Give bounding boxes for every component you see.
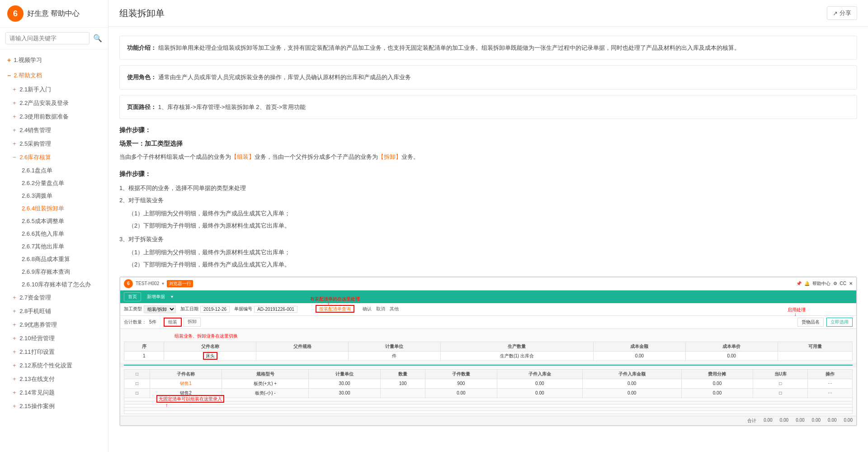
col-child-sub: 子件数量: [425, 369, 497, 379]
sidebar-item-operations[interactable]: + 2.10经营管理: [13, 332, 108, 345]
content-area: 功能介绍： 组装拆卸单用来处理企业组装或拆卸等加工业务，支持有固定装配清单的产品…: [108, 27, 868, 452]
sidebar-item-cost-adjust[interactable]: 2.6.5成本调整单: [18, 215, 108, 228]
date-value[interactable]: 2019-12-26: [200, 306, 230, 313]
search-input[interactable]: [5, 32, 90, 44]
sidebar-item-cost-recalc[interactable]: 2.6.8商品成本重算: [18, 253, 108, 266]
child-table-head: □ 子件名称 规格型号 计量单位 数量 子件数量 子件入库金 子件入库金额 费用…: [124, 369, 853, 379]
func-intro-text: 组装拆卸单用来处理企业组装或拆卸等加工业务，支持有固定装配清单的产品加工业务，也…: [158, 44, 740, 51]
sidebar-item-faq[interactable]: + 2.14常见问题: [13, 386, 108, 400]
sidebar-item-other-in[interactable]: 2.6.6其他入库单: [18, 228, 108, 240]
col-spec: 父件规格: [256, 342, 349, 351]
cell-cost-1: 0.00: [594, 351, 686, 361]
nav-section-1: + 1.视频学习: [0, 53, 108, 67]
app-tab-spacer: ▾: [171, 294, 173, 299]
select-goods-btn[interactable]: 立即选用: [826, 318, 853, 327]
date-field: 加工日期 2019-12-26: [180, 306, 230, 313]
search-button[interactable]: 🔍: [92, 33, 103, 43]
cell-cp-1: 0.00: [685, 351, 778, 361]
empty-row-4: [124, 401, 853, 404]
sidebar-item-sales[interactable]: + 2.4销售管理: [13, 124, 108, 137]
cell-child-in-2: 0.00: [497, 388, 582, 398]
sidebar-item-inventory-ledger[interactable]: 2.6.9库存账本查询: [18, 266, 108, 278]
summary-qty: 0.00: [764, 418, 772, 424]
path-label: 页面路径：: [127, 104, 156, 110]
parent-items-table: 序 父件名称 父件规格 计量单位 生产数量 成本金额 成本单价 可用量: [124, 342, 853, 361]
col-child-in: 子件入库金: [497, 369, 582, 379]
page-title: 组装拆卸单: [119, 7, 165, 19]
type-select[interactable]: 组装/拆卸: [144, 305, 176, 313]
confirm-btn[interactable]: 确认: [363, 306, 372, 312]
app-tab-home[interactable]: 首页: [124, 292, 141, 301]
sidebar: 6 好生意 帮助中心 🔍 + 1.视频学习 − 2.帮助文档 + 2.1新手入门: [0, 0, 108, 452]
path-block: 页面路径： 1、库存核算->库存管理->组装拆卸单 2、首页->常用功能: [119, 95, 857, 119]
annotation4-box: 无固定清单可以组装在这里录入: [156, 395, 224, 403]
sidebar-item-online-payment[interactable]: + 2.13在线支付: [13, 372, 108, 386]
cell-seq-1: 1: [124, 351, 164, 361]
sidebar-item-custom[interactable]: + 2.12系统个性化设置: [13, 359, 108, 372]
col-child-ops: 当U库: [753, 369, 808, 379]
assemble-btn[interactable]: 组装: [164, 318, 182, 327]
expand-icon-2-3: +: [13, 113, 16, 120]
app-close[interactable]: ✕: [849, 281, 853, 286]
sidebar-item-print[interactable]: + 2.11打印设置: [13, 345, 108, 359]
table-row: [124, 398, 853, 401]
sidebar-item-finance[interactable]: + 2.7资金管理: [13, 291, 108, 305]
app-user: CC: [840, 281, 846, 286]
cell-check-2: □: [124, 388, 150, 398]
empty-row-7: [124, 410, 853, 414]
sidebar-item-transfer[interactable]: 2.6.3调拨单: [18, 190, 108, 202]
sidebar-item-install[interactable]: + 2.2产品安装及登录: [13, 96, 108, 110]
search-area: 🔍: [0, 28, 108, 49]
sidebar-item-new-user[interactable]: + 2.1新手入门: [13, 83, 108, 96]
sidebar-item-data-prep[interactable]: + 2.3使用前数据准备: [13, 110, 108, 124]
cancel-btn[interactable]: 取消: [376, 306, 385, 312]
col-unit: 生产数量: [440, 342, 593, 351]
sidebar-item-inventory[interactable]: − 2.6库存核算: [13, 151, 108, 164]
step2-sublist: （1）上部明细为父件明细，最终作为产成品生成其它入库单； （2）下部明细为子件明…: [119, 208, 857, 232]
expand-icon-2-9: +: [13, 321, 16, 328]
app-tab-assembly[interactable]: 新增单据: [143, 292, 169, 301]
child-name-text-1: 销售1: [180, 381, 192, 386]
child-table-body: □ 销售1 板类(+大) + 30.00 100 900 0.00 0.00: [124, 379, 853, 414]
step3-sub2: （2）下部明细为子件明细，最终作为产成品生成其它入库单。: [128, 259, 857, 271]
sidebar-item-ledger-error[interactable]: 2.6.10库存账本错了怎么办: [18, 278, 108, 291]
sidebar-item-purchase[interactable]: + 2.5采购管理: [13, 137, 108, 151]
arrow3: ↓: [794, 311, 797, 317]
cell-child-act-2: ⋯: [808, 388, 853, 398]
disassemble-btn[interactable]: 拆卸: [184, 318, 201, 327]
expand-icon-2-2: +: [13, 100, 16, 106]
cell-child-spec-2: 板类(-小) -: [222, 388, 308, 398]
lower-table-area: □ 子件名称 规格型号 计量单位 数量 子件数量 子件入库金 子件入库金额 费用…: [120, 367, 856, 416]
sidebar-item-assembly[interactable]: 2.6.4组装拆卸单: [18, 202, 108, 215]
sidebar-item-mobile[interactable]: + 2.8手机旺铺: [13, 305, 108, 318]
other-btn[interactable]: 其他: [390, 306, 399, 312]
sidebar-item-coupon[interactable]: + 2.9优惠券管理: [13, 318, 108, 332]
fixed-bom-btn[interactable]: 按装配清单查询: [316, 305, 354, 313]
share-button[interactable]: ↗ 分享: [827, 6, 857, 20]
bill-no-field: 单据编号 AD-20191226-001: [234, 306, 297, 313]
goods-name-1[interactable]: 床头: [203, 352, 217, 360]
step1: 1、根据不同的业务，选择不同单据的类型来处理: [119, 183, 857, 194]
cell-child-qty-1: 100: [381, 379, 425, 388]
form-fields-row: 加工类型 组装/拆卸 加工日期 2019-12-26 单据编号 AD-20191…: [120, 303, 856, 316]
sidebar-item-partial-stocktaking[interactable]: 2.6.2分量盘点单: [18, 177, 108, 190]
app-icon-2: 🔔: [804, 281, 810, 286]
bill-no-value[interactable]: AD-20191226-001: [254, 306, 297, 313]
sidebar-item-stocktaking[interactable]: 2.6.1盘点单: [18, 164, 108, 177]
app-new-btn[interactable]: 浏览器一行: [167, 280, 193, 287]
sidebar-item-help-docs[interactable]: − 2.帮助文档: [0, 68, 108, 83]
func-intro-block: 功能介绍： 组装拆卸单用来处理企业组装或拆卸等加工业务，支持有固定装配清单的产品…: [119, 36, 857, 60]
expand-icon-2-14: +: [13, 389, 16, 396]
summary-note: 0.00: [844, 418, 853, 424]
app-icon-3: ⚙: [833, 281, 837, 286]
col-qty: 计量单位: [348, 342, 440, 351]
sidebar-item-video-learning[interactable]: + 1.视频学习: [0, 53, 108, 67]
startup-input[interactable]: 货物品名: [797, 318, 824, 327]
empty-row-3: [124, 398, 853, 401]
sidebar-item-other-out[interactable]: 2.6.7其他出库单: [18, 240, 108, 253]
expand-icon-2-1: +: [13, 86, 16, 93]
summary-out: 0.00: [812, 418, 821, 424]
col-child-out: 子件入库金额: [582, 369, 681, 379]
sidebar-item-cases[interactable]: + 2.15操作案例: [13, 400, 108, 413]
app-screenshot: 6 TEST-H002 ▾ 浏览器一行 📌 🔔 帮助中心 ⚙ CC ✕: [120, 277, 857, 426]
